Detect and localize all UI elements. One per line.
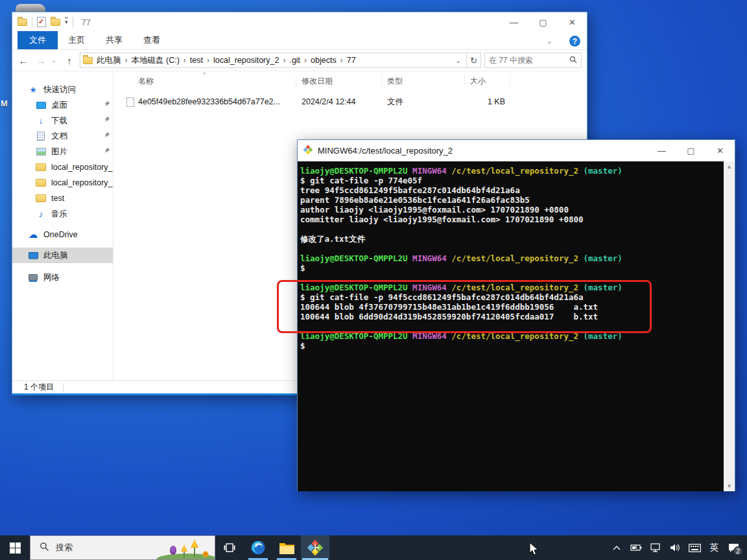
- taskbar-git-bash-icon[interactable]: [301, 535, 329, 560]
- terminal-text-user: liaojy@DESKTOP-QMPPL2U: [300, 253, 408, 263]
- sidebar-item-label: 桌面: [51, 100, 67, 111]
- recent-locations-icon[interactable]: ⌄: [51, 57, 59, 64]
- battery-icon[interactable]: [628, 535, 645, 560]
- folder-icon: [36, 178, 46, 187]
- terminal-line: tree 94f5ccd861249f5bafce287c014db64bf4d…: [300, 185, 724, 195]
- hidden-icons-chevron-icon[interactable]: [608, 535, 625, 560]
- sidebar-item-label: test: [51, 194, 64, 203]
- terminal-line: author liaojy <liaojy1995@foxmail.com> 1…: [300, 205, 724, 215]
- sidebar-item[interactable]: 此电脑: [12, 248, 113, 263]
- breadcrumb-item[interactable]: local_repository_2: [211, 54, 281, 66]
- taskbar-search-box[interactable]: 搜索: [30, 535, 215, 560]
- refresh-button[interactable]: ↻: [467, 52, 481, 68]
- explorer-app-icon: [18, 19, 27, 26]
- start-button[interactable]: [0, 535, 30, 560]
- scroll-up-icon[interactable]: ▲: [724, 161, 735, 172]
- breadcrumb-separator-icon: ›: [303, 56, 308, 65]
- breadcrumb-separator-icon: ›: [206, 56, 211, 65]
- volume-icon[interactable]: [667, 535, 683, 560]
- terminal-line: 修改了a.txt文件: [300, 234, 724, 244]
- breadcrumb-item[interactable]: objects: [308, 54, 339, 66]
- sidebar-item[interactable]: local_repository_2: [12, 175, 113, 191]
- terminal-text-plain: [578, 253, 584, 263]
- terminal-line: parent 7896eb8a6e21e0536bc1fce1a641f26a6…: [300, 195, 724, 205]
- file-row[interactable]: 4e05f49eb28fee932336b54d67a77e2...2024/2…: [125, 93, 587, 110]
- pin-icon: [103, 147, 110, 156]
- breadcrumb-item[interactable]: .git: [287, 54, 303, 66]
- help-icon[interactable]: ?: [569, 36, 580, 47]
- minimize-button[interactable]: —: [499, 12, 528, 32]
- breadcrumb-item[interactable]: 本地磁盘 (C:): [129, 54, 182, 67]
- scroll-down-icon[interactable]: ▼: [724, 481, 735, 491]
- explorer-titlebar[interactable]: 77 — ▢ ✕: [12, 12, 587, 32]
- sidebar-item[interactable]: local_repository_1: [12, 159, 113, 175]
- terminal-close-button[interactable]: ✕: [706, 141, 735, 161]
- terminal-line: liaojy@DESKTOP-QMPPL2U MINGW64 /c/test/l…: [300, 166, 724, 176]
- task-view-button[interactable]: [215, 535, 244, 560]
- sidebar-item[interactable]: 快速访问: [12, 82, 113, 97]
- terminal-scrollbar[interactable]: ▲ ▼: [724, 161, 735, 491]
- sidebar-item-label: OneDrive: [43, 230, 78, 239]
- notification-center-icon[interactable]: 2: [725, 535, 742, 560]
- customize-toolbar-icon[interactable]: [65, 19, 68, 25]
- sidebar-item[interactable]: 下载: [12, 113, 113, 128]
- menu-tab[interactable]: 共享: [95, 31, 133, 49]
- file-type: 文件: [382, 97, 465, 108]
- terminal-text-plain: author liaojy <liaojy1995@foxmail.com> 1…: [300, 205, 569, 215]
- sidebar-item[interactable]: 网络: [12, 270, 113, 285]
- sidebar-item[interactable]: 文档: [12, 128, 113, 144]
- taskbar-edge-icon[interactable]: [244, 535, 272, 560]
- git-mingw-icon: [303, 145, 313, 158]
- sidebar-item[interactable]: test: [12, 191, 113, 206]
- new-folder-icon[interactable]: [51, 19, 60, 26]
- address-bar: ← → ⌄ ↑ 此电脑›本地磁盘 (C:)›test›local_reposit…: [12, 50, 587, 71]
- expand-ribbon-icon[interactable]: ⌄: [547, 37, 552, 45]
- terminal-text-branch: (master): [584, 253, 622, 263]
- terminal-text-plain: $ git cat-file -p 774e05f: [300, 176, 422, 185]
- sidebar-item[interactable]: 桌面: [12, 97, 113, 113]
- terminal-title: MINGW64:/c/test/local_repository_2: [318, 146, 453, 156]
- divider: [32, 17, 32, 27]
- menu-tab[interactable]: 主页: [58, 31, 95, 49]
- terminal-line: $ git cat-file -p 774e05f: [300, 176, 724, 185]
- address-dropdown-icon[interactable]: ⌄: [453, 57, 464, 64]
- menu-tab[interactable]: 查看: [133, 31, 171, 49]
- touch-keyboard-icon[interactable]: [686, 535, 703, 560]
- sort-ascending-icon: ⌃: [202, 69, 207, 81]
- file-name-cell: 4e05f49eb28fee932336b54d67a77e2...: [125, 97, 296, 107]
- breadcrumb-item[interactable]: test: [187, 54, 206, 66]
- terminal-line: [300, 244, 724, 253]
- breadcrumb-item[interactable]: 此电脑: [94, 54, 124, 67]
- up-button[interactable]: ↑: [62, 55, 77, 66]
- quick-access-toolbar: 77: [12, 17, 91, 27]
- this-pc-icon: [28, 251, 38, 260]
- terminal-text-branch: (master): [584, 166, 622, 176]
- sidebar-item[interactable]: 音乐: [12, 206, 113, 222]
- address-box[interactable]: 此电脑›本地磁盘 (C:)›test›local_repository_2›.g…: [80, 52, 467, 68]
- sidebar-item[interactable]: OneDrive: [12, 227, 113, 242]
- menu-tab[interactable]: 文件: [18, 31, 58, 49]
- column-header[interactable]: 名称⌃: [125, 75, 296, 87]
- column-header[interactable]: 类型: [382, 75, 465, 87]
- column-header[interactable]: 修改日期: [296, 75, 382, 87]
- forward-button[interactable]: →: [34, 55, 48, 66]
- taskbar-file-explorer-icon[interactable]: [272, 535, 301, 560]
- notification-badge: 2: [733, 546, 742, 555]
- terminal-text-path: /c/test/local_repository_2: [451, 253, 578, 263]
- folder-icon: [36, 163, 46, 172]
- terminal-maximize-button[interactable]: ▢: [676, 141, 706, 161]
- column-header[interactable]: 大小: [465, 75, 510, 87]
- input-language-indicator[interactable]: 英: [706, 535, 722, 560]
- sidebar-item[interactable]: 图片: [12, 144, 113, 159]
- breadcrumb-item[interactable]: 77: [344, 54, 359, 66]
- back-button[interactable]: ←: [16, 55, 30, 66]
- search-icon: [569, 56, 577, 65]
- terminal-text-user: liaojy@DESKTOP-QMPPL2U: [300, 166, 408, 176]
- explorer-search-box[interactable]: 在 77 中搜索: [484, 52, 582, 68]
- properties-icon[interactable]: [37, 17, 46, 27]
- network-icon[interactable]: [647, 535, 664, 560]
- maximize-button[interactable]: ▢: [528, 12, 558, 32]
- close-button[interactable]: ✕: [558, 12, 587, 32]
- terminal-minimize-button[interactable]: —: [647, 141, 676, 161]
- terminal-titlebar[interactable]: MINGW64:/c/test/local_repository_2 — ▢ ✕: [298, 140, 735, 161]
